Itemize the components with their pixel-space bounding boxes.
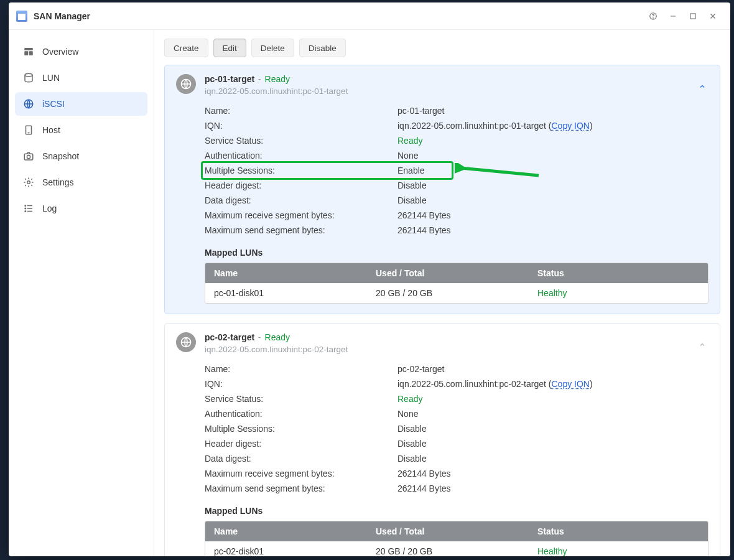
table-header: Name Used / Total Status <box>205 263 708 283</box>
label-iqn: IQN: <box>205 121 397 131</box>
table-row[interactable]: pc-02-disk01 20 GB / 20 GB Healthy <box>205 541 708 556</box>
titlebar: SAN Manager <box>9 2 730 30</box>
sidebar-item-label: Host <box>42 125 60 135</box>
value-data-digest: Disable <box>397 454 708 464</box>
svg-rect-6 <box>24 48 33 50</box>
app-window: SAN Manager Overview <box>9 2 730 556</box>
col-status: Status <box>537 526 699 536</box>
sidebar-item-log[interactable]: Log <box>15 197 147 220</box>
disable-button[interactable]: Disable <box>299 39 346 57</box>
value-auth: None <box>397 151 708 161</box>
label-auth: Authentication: <box>205 409 397 419</box>
value-max-recv: 262144 Bytes <box>397 469 708 478</box>
separator: - <box>256 74 263 84</box>
sidebar-item-settings[interactable]: Settings <box>15 170 147 194</box>
value-name: pc-01-target <box>397 106 708 116</box>
svg-point-1 <box>653 17 654 18</box>
value-max-send: 262144 Bytes <box>397 225 708 235</box>
target-card[interactable]: pc-02-target - Ready iqn.2022-05.com.lin… <box>164 323 720 556</box>
target-status: Ready <box>265 332 290 342</box>
label-header-digest: Header digest: <box>205 439 397 449</box>
label-name: Name: <box>205 106 397 116</box>
value-header-digest: Disable <box>397 180 708 190</box>
sidebar: Overview LUN iSCSI Host <box>9 30 154 556</box>
sidebar-item-overview[interactable]: Overview <box>15 40 147 63</box>
copy-iqn-link[interactable]: Copy IQN <box>551 379 589 389</box>
target-card[interactable]: pc-01-target - Ready iqn.2022-05.com.lin… <box>164 65 720 314</box>
label-data-digest: Data digest: <box>205 454 397 464</box>
sidebar-item-lun[interactable]: LUN <box>15 66 147 90</box>
col-used: Used / Total <box>376 268 537 278</box>
svg-rect-8 <box>29 51 33 55</box>
gear-icon <box>22 176 35 189</box>
lun-name: pc-01-disk01 <box>214 288 376 298</box>
copy-iqn-link[interactable]: Copy IQN <box>551 121 589 131</box>
mapped-luns-table: Name Used / Total Status pc-01-disk01 20… <box>205 263 708 304</box>
collapse-icon[interactable] <box>695 79 710 94</box>
sidebar-item-label: Settings <box>42 177 74 187</box>
value-header-digest: Disable <box>397 439 708 449</box>
value-service-status: Ready <box>397 394 708 404</box>
log-icon <box>22 202 35 215</box>
svg-rect-13 <box>24 154 33 160</box>
close-button[interactable] <box>703 6 723 26</box>
app-icon <box>16 11 27 22</box>
label-iqn: IQN: <box>205 379 397 389</box>
edit-button[interactable]: Edit <box>213 39 246 57</box>
minimize-button[interactable] <box>663 6 683 26</box>
globe-icon <box>22 98 35 110</box>
camera-icon <box>22 150 35 162</box>
maximize-button[interactable] <box>683 6 703 26</box>
col-status: Status <box>537 268 699 278</box>
sidebar-item-label: Snapshot <box>42 151 79 161</box>
value-auth: None <box>397 409 708 419</box>
host-icon <box>22 124 35 136</box>
value-name: pc-02-target <box>397 364 708 374</box>
lun-status: Healthy <box>537 546 699 556</box>
value-multiple-sessions: Disable <box>397 424 708 434</box>
svg-rect-3 <box>690 13 695 18</box>
target-name: pc-01-target <box>205 74 254 84</box>
label-service-status: Service Status: <box>205 394 397 404</box>
help-button[interactable] <box>643 6 663 26</box>
svg-rect-7 <box>24 51 28 55</box>
value-max-send: 262144 Bytes <box>397 483 708 493</box>
lun-used: 20 GB / 20 GB <box>376 288 537 298</box>
value-service-status: Ready <box>397 136 708 146</box>
sidebar-item-snapshot[interactable]: Snapshot <box>15 144 147 168</box>
label-max-recv: Maximum receive segment bytes: <box>205 210 397 220</box>
svg-point-18 <box>25 211 26 212</box>
sidebar-item-iscsi[interactable]: iSCSI <box>15 92 147 116</box>
sidebar-item-label: iSCSI <box>42 99 65 109</box>
label-auth: Authentication: <box>205 151 397 161</box>
sidebar-item-host[interactable]: Host <box>15 118 147 142</box>
label-max-send: Maximum send segment bytes: <box>205 225 397 235</box>
lun-status: Healthy <box>537 288 699 298</box>
lun-name: pc-02-disk01 <box>214 546 376 556</box>
collapse-icon[interactable] <box>695 337 710 352</box>
svg-point-17 <box>25 208 26 209</box>
target-name: pc-02-target <box>205 332 254 342</box>
table-row[interactable]: pc-01-disk01 20 GB / 20 GB Healthy <box>205 283 708 303</box>
svg-point-16 <box>25 205 26 207</box>
svg-point-15 <box>27 181 30 184</box>
value-iqn: iqn.2022-05.com.linuxhint:pc-02-target (… <box>397 379 708 389</box>
app-title: SAN Manager <box>34 11 90 21</box>
label-header-digest: Header digest: <box>205 180 397 190</box>
create-button[interactable]: Create <box>164 39 208 57</box>
label-name: Name: <box>205 364 397 374</box>
target-iqn-sub: iqn.2022-05.com.linuxhint:pc-01-target <box>205 86 348 96</box>
delete-button[interactable]: Delete <box>251 39 294 57</box>
label-multiple-sessions: Multiple Sessions: <box>205 424 397 434</box>
svg-point-14 <box>27 156 30 159</box>
value-multiple-sessions: Enable <box>397 166 708 175</box>
label-max-send: Maximum send segment bytes: <box>205 483 397 493</box>
globe-icon <box>176 332 196 352</box>
target-status: Ready <box>265 74 290 84</box>
col-used: Used / Total <box>376 526 537 536</box>
target-iqn-sub: iqn.2022-05.com.linuxhint:pc-02-target <box>205 345 348 354</box>
table-header: Name Used / Total Status <box>205 521 708 541</box>
sidebar-item-label: Log <box>42 203 57 213</box>
sidebar-item-label: LUN <box>42 73 60 83</box>
toolbar: Create Edit Delete Disable <box>164 39 720 57</box>
